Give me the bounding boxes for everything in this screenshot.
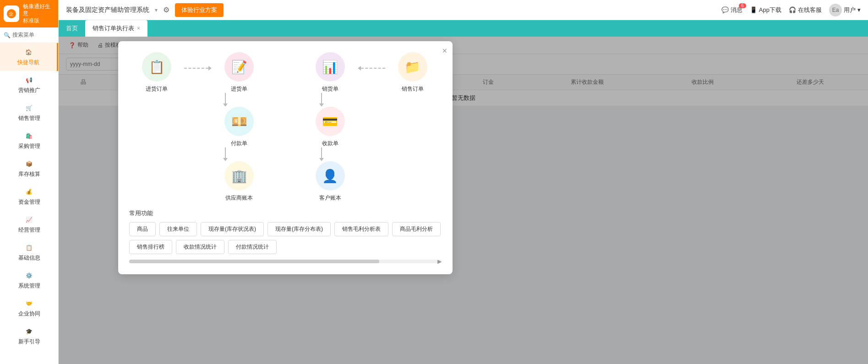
message-badge: 6 <box>739 3 746 8</box>
sales-icon: 🛒 <box>25 103 34 113</box>
enterprise-icon: 🤝 <box>25 299 34 308</box>
popup-overlay[interactable]: × 📋 进货订单 <box>59 37 868 364</box>
online-service-button[interactable]: 🎧 在线客服 <box>789 6 822 14</box>
download-icon: 📱 <box>750 6 757 13</box>
quick-btn-product[interactable]: 商品 <box>129 222 156 236</box>
logo-text: 畅康通好生意 标准版 <box>23 3 55 25</box>
purchase-icon: 🛍️ <box>25 131 34 141</box>
arrow-purchase-order-to-bill <box>184 66 212 71</box>
system-title: 装备及固定资产辅助管理系统 <box>66 6 149 14</box>
finance-icon: 💰 <box>25 187 34 196</box>
sidebar-item-inventory[interactable]: 📦 库存核算 <box>0 155 58 183</box>
sidebar-item-system[interactable]: ⚙️ 系统管理 <box>0 266 58 294</box>
quick-title: 常用功能 <box>129 209 442 217</box>
home-icon: 🏠 <box>24 48 33 57</box>
v-arrow-receipt <box>294 147 349 161</box>
flow-node-customer-ledger[interactable]: 👤 客户账本 <box>303 161 358 202</box>
service-icon: 🎧 <box>789 6 796 13</box>
user-menu[interactable]: Ea 用户 ▾ <box>829 4 861 16</box>
popup-close-button[interactable]: × <box>442 47 447 55</box>
sidebar-item-enterprise[interactable]: 🤝 企业协同 <box>0 294 58 322</box>
settings-icon[interactable]: ⚙ <box>163 5 169 14</box>
quick-btn-contacts[interactable]: 往来单位 <box>159 222 197 236</box>
sidebar-item-operations[interactable]: 📈 经营管理 <box>0 211 58 239</box>
main-area: 装备及固定资产辅助管理系统 ▾ ⚙ 体验行业方案 💬 消息 6 📱 App下载 … <box>59 0 868 364</box>
v-arrow-purchase-bill <box>212 93 239 107</box>
flow-node-purchase-order[interactable]: 📋 进货订单 <box>129 52 184 93</box>
sidebar: 业 畅康通好生意 标准版 🔍 搜索菜单 🏠 快捷导航 📢 营销推广 🛒 销售管理 <box>0 0 59 364</box>
sidebar-nav: 🏠 快捷导航 📢 营销推广 🛒 销售管理 🛍️ 采购管理 📦 库存核算 💰 <box>0 43 58 364</box>
top-header: 装备及固定资产辅助管理系统 ▾ ⚙ 体验行业方案 💬 消息 6 📱 App下载 … <box>59 0 868 20</box>
sidebar-item-purchase[interactable]: 🛍️ 采购管理 <box>0 127 58 155</box>
sidebar-search[interactable]: 🔍 搜索菜单 <box>0 27 58 43</box>
quick-btn-sales-ranking[interactable]: 销售排行榜 <box>129 240 172 254</box>
v-arrow-sales-bill <box>294 93 349 107</box>
basic-info-icon: 📋 <box>25 243 34 252</box>
marketing-icon: 📢 <box>25 76 34 85</box>
content-area: ❓ 帮助 🖨 按模板打印 ▾ ⬆ 导出 🔄 刷新 <box>59 37 868 364</box>
sidebar-item-basic-info[interactable]: 📋 基础信息 <box>0 239 58 266</box>
quick-btn-receipt-stats[interactable]: 收款情况统计 <box>176 240 224 254</box>
flow-node-purchase-bill[interactable]: 📝 进货单 <box>212 52 267 93</box>
user-dropdown-icon: ▾ <box>857 6 861 13</box>
popup: × 📋 进货订单 <box>118 41 453 274</box>
quick-btn-sales-margin[interactable]: 销售毛利分析表 <box>334 222 388 236</box>
flow-node-receipt-bill[interactable]: 💳 收款单 <box>303 107 358 147</box>
search-icon: 🔍 <box>4 32 11 38</box>
sidebar-item-quick-nav[interactable]: 🏠 快捷导航 <box>0 43 58 71</box>
quick-btn-product-margin[interactable]: 商品毛利分析 <box>392 222 441 236</box>
system-dropdown-icon[interactable]: ▾ <box>155 7 158 13</box>
sidebar-item-sales[interactable]: 🛒 销售管理 <box>0 99 58 127</box>
flow-node-sales-order[interactable]: 📁 销售订单 <box>385 52 440 93</box>
try-button[interactable]: 体验行业方案 <box>175 3 224 17</box>
system-icon: ⚙️ <box>25 271 34 280</box>
popup-scrollbar[interactable]: ▶ <box>129 260 442 263</box>
inventory-icon: 📦 <box>25 159 34 168</box>
top-right-area: 💬 消息 6 📱 App下载 🎧 在线客服 Ea 用户 ▾ <box>721 4 861 16</box>
sidebar-item-finance[interactable]: 💰 资金管理 <box>0 183 58 211</box>
quick-btn-payment-stats[interactable]: 付款情况统计 <box>228 240 277 254</box>
scroll-right-icon[interactable]: ▶ <box>437 258 442 265</box>
tab-close-icon[interactable]: × <box>137 25 140 32</box>
message-icon: 💬 <box>721 6 729 13</box>
logo-icon: 业 <box>4 5 19 22</box>
quick-buttons-row1: 商品 往来单位 现存量(库存状况表) 现存量(库存分布表) 销售毛利分析表 商品… <box>129 222 442 236</box>
tab-home[interactable]: 首页 <box>59 20 85 37</box>
scrollbar-thumb <box>129 260 379 263</box>
sidebar-logo: 业 畅康通好生意 标准版 <box>0 0 58 27</box>
guide-icon: 🎓 <box>25 327 34 336</box>
message-button[interactable]: 💬 消息 6 <box>721 6 742 14</box>
quick-functions: 常用功能 商品 往来单位 现存量(库存状况表) 现存量(库存分布表) 销售毛利分… <box>129 209 442 254</box>
flow-node-payment-bill[interactable]: 💴 付款单 <box>212 107 267 147</box>
arrow-sales-bill-to-order <box>358 66 385 71</box>
svg-text:业: 业 <box>9 11 13 16</box>
operations-icon: 📈 <box>25 215 34 224</box>
quick-btn-inventory-status[interactable]: 现存量(库存状况表) <box>201 222 264 236</box>
sidebar-item-marketing[interactable]: 📢 营销推广 <box>0 71 58 99</box>
flow-node-supplier-ledger[interactable]: 🏢 供应商账本 <box>212 161 267 202</box>
quick-btn-inventory-dist[interactable]: 现存量(库存分布表) <box>267 222 331 236</box>
avatar: Ea <box>829 4 842 16</box>
tab-sales-order[interactable]: 销售订单执行表 × <box>85 20 147 37</box>
v-arrow-payment <box>212 147 239 161</box>
tab-bar: 首页 销售订单执行表 × <box>59 20 868 37</box>
app-download-button[interactable]: 📱 App下载 <box>750 6 781 14</box>
sidebar-item-guide[interactable]: 🎓 新手引导 <box>0 322 58 350</box>
quick-buttons-row2: 销售排行榜 收款情况统计 付款情况统计 <box>129 240 442 254</box>
flow-node-sales-bill[interactable]: 📊 销货单 <box>303 52 358 93</box>
